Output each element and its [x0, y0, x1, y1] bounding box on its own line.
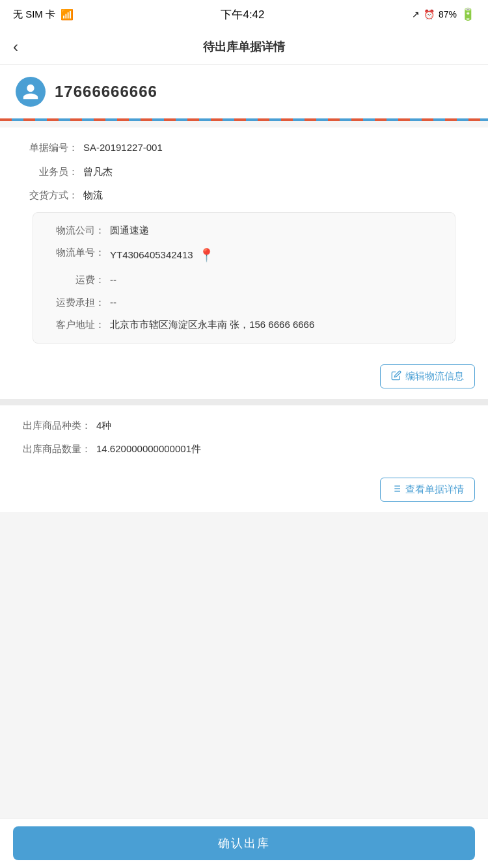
info-row-1: 单据编号： SA-20191227-001: [20, 141, 468, 156]
nav-bar: ‹ 待出库单据详情: [0, 29, 488, 65]
section-divider-1: [0, 399, 488, 405]
page-title: 待出库单据详情: [203, 39, 285, 55]
tracking-location-icon[interactable]: 📍: [198, 245, 215, 265]
logistics-value-2: YT4306405342413 📍: [110, 245, 442, 265]
edit-btn-row: 编辑物流信息: [0, 357, 488, 399]
status-bar: 无 SIM 卡 📶 下午4:42 ↗ ⏰ 87% 🔋: [0, 0, 488, 29]
logistics-row-3: 运费： --: [46, 273, 442, 288]
battery-label: 87%: [439, 9, 457, 20]
product-row-1: 出库商品种类： 4种: [20, 418, 468, 433]
info-label-2: 业务员：: [20, 165, 78, 180]
edit-btn-label: 编辑物流信息: [405, 370, 464, 383]
logistics-row-2: 物流单号： YT4306405342413 📍: [46, 245, 442, 265]
info-row-2: 业务员： 曾凡杰: [20, 165, 468, 180]
logistics-label-5: 客户地址：: [46, 318, 105, 332]
edit-pencil-icon: [391, 370, 401, 383]
info-label-1: 单据编号：: [20, 141, 78, 156]
info-value-2: 曾凡杰: [83, 165, 468, 180]
avatar: [16, 77, 46, 107]
logistics-label-1: 物流公司：: [46, 223, 105, 238]
status-right: ↗ ⏰ 87% 🔋: [412, 7, 475, 21]
logistics-value-4: --: [110, 295, 442, 310]
view-detail-button[interactable]: 查看单据详情: [380, 478, 475, 502]
person-icon: [21, 83, 40, 101]
info-value-3: 物流: [83, 188, 468, 203]
logistics-row-5: 客户地址： 北京市市辖区海淀区永丰南 张，156 6666 6666: [46, 318, 442, 332]
product-value-1: 4种: [96, 418, 468, 433]
status-left: 无 SIM 卡 📶: [13, 8, 74, 21]
battery-icon: 🔋: [461, 7, 475, 21]
basic-info-section: 单据编号： SA-20191227-001 业务员： 曾凡杰 交货方式： 物流 …: [0, 128, 488, 357]
info-row-3: 交货方式： 物流: [20, 188, 468, 203]
status-time: 下午4:42: [221, 7, 264, 22]
product-value-2: 14.620000000000001件: [96, 442, 468, 457]
spacer-area: [0, 512, 488, 642]
logistics-label-2: 物流单号：: [46, 245, 105, 260]
info-label-3: 交货方式：: [20, 188, 78, 203]
color-divider: [0, 118, 488, 121]
logistics-value-5: 北京市市辖区海淀区永丰南 张，156 6666 6666: [110, 318, 442, 332]
products-section: 出库商品种类： 4种 出库商品数量： 14.620000000000001件: [0, 405, 488, 470]
product-row-2: 出库商品数量： 14.620000000000001件: [20, 442, 468, 457]
alarm-icon: ⏰: [424, 9, 435, 20]
logistics-card: 物流公司： 圆通速递 物流单号： YT4306405342413 📍 运费： -…: [33, 212, 455, 344]
confirm-outbound-button[interactable]: 确认出库: [13, 826, 475, 860]
user-phone: 17666666666: [55, 83, 157, 101]
user-header: 17666666666: [0, 65, 488, 118]
logistics-label-4: 运费承担：: [46, 295, 105, 310]
logistics-row-1: 物流公司： 圆通速递: [46, 223, 442, 238]
logistics-value-1: 圆通速递: [110, 223, 442, 238]
view-btn-label: 查看单据详情: [405, 483, 464, 496]
product-label-1: 出库商品种类：: [20, 418, 91, 433]
product-label-2: 出库商品数量：: [20, 442, 91, 457]
location-status-icon: ↗: [412, 9, 420, 20]
logistics-row-4: 运费承担： --: [46, 295, 442, 310]
sim-status: 无 SIM 卡: [13, 8, 55, 21]
logistics-label-3: 运费：: [46, 273, 105, 288]
info-value-1: SA-20191227-001: [83, 141, 468, 156]
list-icon: [391, 483, 401, 496]
edit-logistics-button[interactable]: 编辑物流信息: [380, 364, 475, 388]
view-btn-row: 查看单据详情: [0, 470, 488, 512]
wifi-icon: 📶: [61, 8, 74, 21]
confirm-btn-wrap: 确认出库: [0, 818, 488, 868]
back-button[interactable]: ‹: [13, 35, 23, 59]
logistics-value-3: --: [110, 273, 442, 288]
